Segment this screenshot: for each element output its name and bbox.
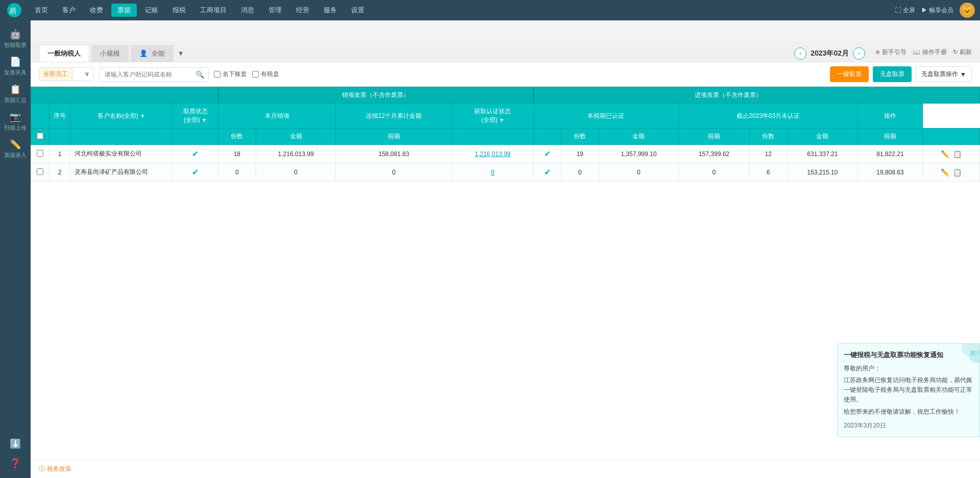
nav-customer[interactable]: 客户 [56, 4, 82, 17]
cell-check-1[interactable] [31, 145, 50, 163]
cumulative-link-2[interactable]: 0 [491, 169, 495, 176]
action-bar-right: 一键取票 无盘取票 无盘取票操作 ▼ [830, 66, 972, 82]
nav-service[interactable]: 服务 [317, 4, 343, 17]
cumulative-link-1[interactable]: 1,216,013.99 [475, 150, 510, 158]
no-disk-ticket-btn[interactable]: 无盘取票 [873, 66, 912, 82]
nav-manage[interactable]: 管理 [262, 4, 288, 17]
table-col-header: 份数 金额 税额 份数 金额 税额 份数 金额 税额 [31, 129, 980, 145]
sidebar-item-smart-ticket[interactable]: 🤖 智能取票 [2, 26, 29, 52]
th-month-sales: 本月销项 [218, 104, 336, 129]
nav-operation[interactable]: 经营 [290, 4, 315, 17]
cell-sales-tax-1: 158,081.83 [336, 145, 452, 163]
cell-sales-tax-2: 0 [336, 163, 452, 182]
more-icon-2[interactable]: 📋 [953, 168, 962, 177]
employee-select[interactable]: 全部员工 ▼ [39, 67, 94, 81]
nav-home[interactable]: 首页 [29, 4, 54, 17]
next-month-btn[interactable]: › [853, 47, 865, 60]
select-all-checkbox[interactable] [37, 133, 43, 139]
employee-dropdown-icon[interactable]: ▼ [81, 68, 93, 80]
search-input[interactable] [100, 68, 191, 81]
has-disk-checkbox[interactable] [252, 71, 259, 78]
tax-policy-link[interactable]: ⓘ 税务政策 [39, 465, 71, 473]
new-guide-btn[interactable]: ⊕ 新手引导 [875, 48, 906, 57]
nav-invoice[interactable]: 票据 [111, 4, 137, 17]
svg-text:易: 易 [9, 7, 16, 15]
th-seq: 序号 [50, 104, 70, 129]
th-cert-status-col [533, 129, 561, 145]
tab-general-taxpayer[interactable]: 一般纳税人 [39, 45, 89, 62]
row-checkbox-1[interactable] [37, 150, 43, 157]
col-group-purchase: 进项发票（不含作废票） [533, 87, 922, 104]
download-icon: ⬇️ [10, 438, 21, 449]
search-button[interactable]: 🔍 [191, 68, 208, 81]
th-cert-period: 本税期已认证 [533, 104, 678, 129]
sidebar-item-scan-upload[interactable]: 📷 扫描上传 [2, 108, 29, 135]
cell-op-1: ✏️ 📋 [922, 145, 979, 163]
cert-status-check-icon-1: ✔ [544, 149, 551, 158]
th-cumulative-col [452, 129, 533, 145]
cell-sales-amount-1: 1,216,013.99 [256, 145, 336, 163]
ticket-summary-icon: 📋 [10, 84, 21, 95]
cell-cumulative-2: 0 [452, 163, 533, 182]
sidebar-item-ticket-entry[interactable]: ✏️ 票据录入 [2, 136, 29, 162]
checkbox-my-accounts[interactable]: 名下账套 [214, 70, 247, 79]
fullscreen-btn[interactable]: ⛶ 全屏 [895, 6, 915, 15]
sidebar-item-invoice-open[interactable]: 📄 发票开具 [2, 53, 29, 80]
help-icon: ❓ [10, 458, 21, 469]
refresh-btn[interactable]: ↻ 刷新 [953, 48, 972, 57]
sidebar-item-ticket-summary[interactable]: 📋 票据汇总 [2, 81, 29, 107]
sidebar-item-download[interactable]: ⬇️ [2, 435, 29, 452]
checkbox-has-disk[interactable]: 有税盘 [252, 70, 279, 79]
tab-small-scale-label: 小规模 [100, 49, 120, 57]
tab-all-capable[interactable]: 👤 全能 [131, 45, 174, 62]
nav-message[interactable]: 消息 [235, 4, 260, 17]
more-operations-btn[interactable]: 无盘取票操作 ▼ [916, 66, 972, 82]
cell-cert-count-2: 0 [561, 163, 599, 182]
one-key-ticket-btn[interactable]: 一键取票 [830, 66, 869, 82]
tab-extra-dropdown[interactable]: ▼ [178, 49, 184, 57]
cell-name-1: 河北柯搭极实业有限公司 [70, 145, 173, 163]
manual-btn[interactable]: 📖 操作手册 [913, 48, 946, 57]
notification-apology: 给您带来的不便敬请谅解，祝您工作愉快！ [844, 407, 973, 417]
more-dropdown-icon: ▼ [960, 71, 966, 78]
th-operations: 操作 [858, 104, 923, 129]
nav-settings[interactable]: 设置 [345, 4, 371, 17]
nav-fee[interactable]: 收费 [84, 4, 109, 17]
nav-business[interactable]: 工商项目 [194, 4, 233, 17]
th-status: 取票状态(全部) ▼ [173, 104, 218, 129]
search-box: 🔍 [99, 67, 209, 82]
th-uncert-count: 份数 [749, 129, 787, 145]
employee-label: 全部员工 [39, 68, 72, 81]
more-icon-1[interactable]: 📋 [953, 150, 962, 158]
cell-cert-tax-1: 157,399.62 [679, 145, 750, 163]
cell-seq-1: 1 [50, 145, 70, 163]
edit-icon-1[interactable]: ✏️ [941, 150, 949, 158]
prev-month-btn[interactable]: ‹ [794, 47, 806, 60]
tax-policy-label: 税务政策 [47, 465, 71, 473]
nav-account[interactable]: 记账 [139, 4, 164, 17]
cell-check-2[interactable] [31, 163, 50, 182]
scan-upload-icon: 📷 [10, 111, 21, 122]
row-checkbox-2[interactable] [37, 168, 43, 175]
cell-cert-amount-1: 1,357,999.10 [599, 145, 679, 163]
cell-uncert-tax-2: 19,808.63 [858, 163, 923, 182]
nav-tax[interactable]: 报税 [166, 4, 192, 17]
member-btn[interactable]: ▶ 畅享会员 [921, 6, 953, 15]
main-table: 销项发票（不含作废票） 进项发票（不含作废票） 序号 客户名称(全部) ▼ 取票… [31, 87, 980, 182]
cell-sales-amount-2: 0 [256, 163, 336, 182]
sidebar-label-smart-ticket: 智能取票 [4, 41, 27, 49]
cert-status-check-icon-2: ✔ [544, 168, 551, 177]
cell-uncert-tax-1: 81,822.21 [858, 145, 923, 163]
tab-small-scale[interactable]: 小规模 [91, 45, 129, 62]
cell-uncert-amount-1: 631,337.21 [787, 145, 858, 163]
th-take-status [173, 129, 218, 145]
sidebar-item-help[interactable]: ❓ [2, 455, 29, 472]
edit-icon-2[interactable]: ✏️ [941, 168, 949, 177]
user-avatar[interactable]: 🐱 [960, 3, 975, 18]
th-uncert-amount: 金额 [787, 129, 858, 145]
ticket-entry-icon: ✏️ [10, 139, 21, 150]
col-group-sales: 销项发票（不含作废票） [218, 87, 534, 104]
employee-value [72, 72, 81, 77]
my-accounts-checkbox[interactable] [214, 71, 220, 78]
table-row: 2 灵寿县尚泽矿产品有限公司 ✔ 0 0 0 0 ✔ 0 0 0 6 153,2… [31, 163, 980, 182]
